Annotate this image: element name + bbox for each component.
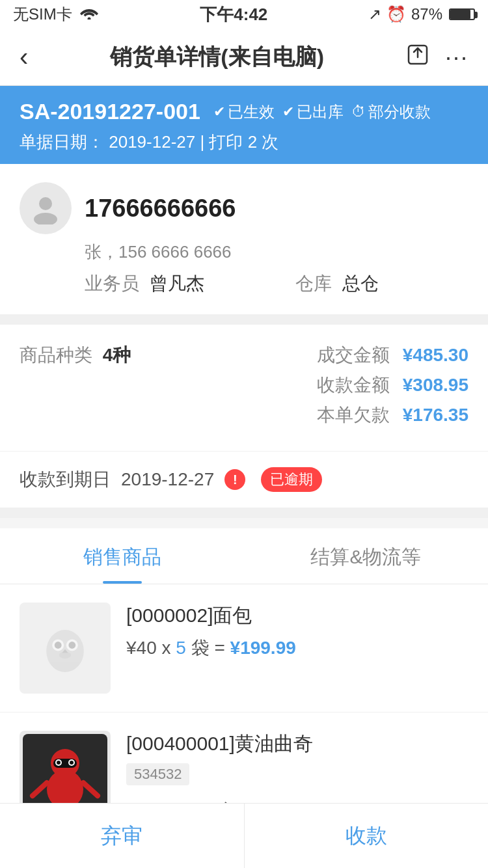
- customer-row: 17666666666: [20, 182, 468, 234]
- status-shipped: ✔ 已出库: [282, 102, 344, 122]
- battery-percent: 87%: [411, 5, 442, 23]
- divider-2: [0, 508, 488, 518]
- product-name-2: [000400001]黄油曲奇: [126, 731, 468, 757]
- svg-point-4: [34, 213, 57, 224]
- avatar: [20, 182, 72, 234]
- customer-meta: 业务员 曾凡杰 仓库 总仓: [85, 271, 468, 296]
- product-name-1: [0000002]面包: [126, 603, 468, 629]
- product-thumb-1: [20, 603, 111, 694]
- back-button[interactable]: ‹: [20, 42, 28, 72]
- status-time: 下午4:42: [200, 3, 267, 26]
- status-tags: ✔ 已生效 ✔ 已出库 ⏱ 部分收款: [213, 102, 431, 122]
- warehouse-info: 仓库 总仓: [295, 271, 379, 296]
- banner-top: SA-20191227-001 ✔ 已生效 ✔ 已出库 ⏱ 部分收款: [20, 99, 468, 124]
- tab-products[interactable]: 销售商品: [0, 528, 244, 584]
- status-partial-payment: ⏱ 部分收款: [351, 102, 431, 122]
- divider-1: [0, 314, 488, 325]
- product-tag-2: 534532: [126, 763, 189, 785]
- collect-button[interactable]: 收款: [245, 804, 489, 868]
- cancel-button[interactable]: 弃审: [0, 804, 245, 868]
- sales-info: 业务员 曾凡杰: [85, 271, 204, 296]
- tab-settlement[interactable]: 结算&物流等: [244, 528, 488, 584]
- bottom-bar: 弃审 收款: [0, 803, 488, 868]
- summary-right: 成交金额 ¥485.30 收款金额 ¥308.95 本单欠款 ¥176.35: [317, 343, 468, 433]
- customer-name-phone: 张，156 6666 6666: [85, 241, 468, 264]
- debt-row: 本单欠款 ¥176.35: [317, 403, 468, 427]
- location-icon: ↗: [368, 5, 381, 23]
- tabs-bar: 销售商品 结算&物流等: [0, 528, 488, 584]
- battery-icon: [449, 8, 475, 20]
- carrier-text: 无SIM卡: [13, 4, 72, 25]
- check-icon-2: ✔: [282, 103, 294, 120]
- customer-card: 17666666666 张，156 6666 6666 业务员 曾凡杰 仓库 总…: [0, 164, 488, 314]
- due-date-card: 收款到期日 2019-12-27 ! 已逾期: [0, 451, 488, 508]
- due-date-value: 2019-12-27: [121, 469, 214, 490]
- svg-point-3: [39, 197, 52, 210]
- svg-point-18: [57, 761, 61, 765]
- svg-point-19: [70, 761, 74, 765]
- customer-phone: 17666666666: [85, 195, 236, 223]
- page-title: 销货单详情(来自电脑): [110, 42, 324, 72]
- overdue-icon: !: [224, 469, 245, 490]
- svg-point-0: [87, 18, 90, 20]
- nav-actions: ···: [406, 43, 468, 72]
- svg-point-8: [55, 642, 62, 649]
- status-right: ↗ ⏰ 87%: [368, 5, 475, 23]
- clock-icon: ⏱: [351, 103, 366, 120]
- collected-row: 收款金额 ¥308.95: [317, 373, 468, 398]
- check-icon: ✔: [213, 103, 225, 120]
- summary-card: 商品种类 4种 成交金额 ¥485.30 收款金额 ¥308.95 本单欠款 ¥…: [0, 325, 488, 451]
- banner-date: 单据日期： 2019-12-27 | 打印 2 次: [20, 131, 468, 154]
- nav-bar: ‹ 销货单详情(来自电脑) ···: [0, 29, 488, 86]
- wifi-icon: [79, 5, 100, 23]
- due-date-label: 收款到期日: [20, 467, 111, 492]
- share-icon[interactable]: [406, 43, 429, 72]
- list-item: [0000002]面包 ¥40 x 5 袋 = ¥199.99: [0, 584, 488, 712]
- header-banner: SA-20191227-001 ✔ 已生效 ✔ 已出库 ⏱ 部分收款 单据日期：…: [0, 86, 488, 164]
- summary-left: 商品种类 4种: [20, 343, 131, 368]
- alarm-icon: ⏰: [386, 5, 406, 23]
- status-left: 无SIM卡: [13, 4, 100, 25]
- svg-point-9: [68, 642, 75, 649]
- status-bar: 无SIM卡 下午4:42 ↗ ⏰ 87%: [0, 0, 488, 29]
- overdue-badge: 已逾期: [261, 467, 322, 492]
- product-price-1: ¥40 x 5 袋 = ¥199.99: [126, 636, 468, 660]
- order-id: SA-20191227-001: [20, 99, 200, 124]
- product-info-1: [0000002]面包 ¥40 x 5 袋 = ¥199.99: [126, 603, 468, 694]
- status-effective: ✔ 已生效: [213, 102, 275, 122]
- more-icon[interactable]: ···: [445, 44, 468, 71]
- amount-row: 成交金额 ¥485.30: [317, 343, 468, 368]
